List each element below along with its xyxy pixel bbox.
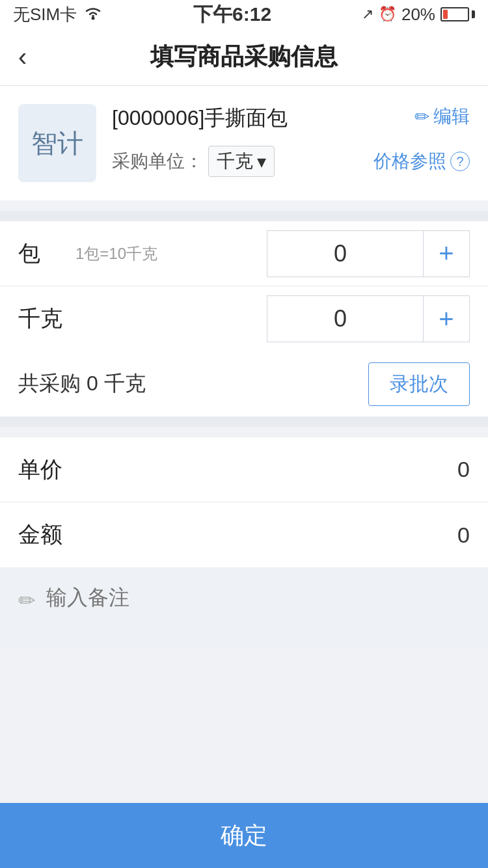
- no-sim-text: 无SIM卡: [13, 3, 77, 26]
- batch-button[interactable]: 录批次: [368, 362, 470, 406]
- help-icon: ?: [450, 152, 470, 171]
- dropdown-arrow: ▾: [257, 151, 266, 172]
- bottom-padding: [0, 645, 488, 724]
- bag-input-row: 包 1包=10千克 +: [0, 221, 488, 286]
- status-right: ↗ ⏰ 20%: [362, 5, 475, 25]
- section-divider-1: [0, 211, 488, 221]
- wifi-signal: [83, 5, 103, 25]
- location-icon: ↗: [362, 6, 373, 23]
- svg-point-0: [92, 16, 95, 20]
- status-left: 无SIM卡: [13, 3, 103, 26]
- bag-plus-button[interactable]: +: [423, 230, 470, 277]
- unit-price-value: 0: [457, 457, 470, 482]
- price-ref-label: 价格参照: [373, 149, 446, 174]
- amount-label: 金额: [18, 520, 62, 550]
- kg-input-row: 千克 +: [0, 286, 488, 351]
- unit-price-row: 单价 0: [0, 437, 488, 502]
- nav-bar: ‹ 填写商品采购信息: [0, 29, 488, 86]
- confirm-button[interactable]: 确定: [0, 803, 488, 868]
- alarm-icon: ⏰: [379, 6, 396, 23]
- edit-icon: ✏: [414, 106, 429, 128]
- bag-input-right: +: [267, 230, 470, 277]
- kg-input[interactable]: [267, 295, 423, 342]
- unit-dropdown[interactable]: 千克 ▾: [208, 146, 275, 177]
- product-image: 智计: [18, 104, 96, 182]
- unit-label: 采购单位：: [112, 149, 203, 174]
- total-label: 共采购 0 千克: [18, 370, 146, 398]
- bag-sublabel: 1包=10千克: [75, 243, 157, 264]
- pencil-icon: ✏: [18, 588, 36, 613]
- product-name: [0000006]手撕面包: [112, 104, 288, 133]
- product-card: 智计 [0000006]手撕面包 ✏ 编辑 采购单位： 千克 ▾ 价格参照 ?: [0, 86, 488, 200]
- kg-plus-button[interactable]: +: [423, 295, 470, 342]
- edit-button[interactable]: ✏ 编辑: [414, 104, 470, 129]
- unit-price-label: 单价: [18, 455, 62, 485]
- page-title: 填写商品采购信息: [150, 41, 338, 73]
- input-section: 包 1包=10千克 + 千克 +: [0, 221, 488, 351]
- bag-label: 包: [18, 239, 70, 269]
- price-section: 单价 0 金额 0: [0, 437, 488, 567]
- product-logo: 智计: [31, 130, 83, 156]
- total-row: 共采购 0 千克 录批次: [0, 351, 488, 416]
- price-ref-button[interactable]: 价格参照 ?: [373, 149, 470, 174]
- remarks-section: ✏: [0, 567, 488, 645]
- back-button[interactable]: ‹: [18, 42, 27, 72]
- status-time: 下午6:12: [193, 1, 271, 28]
- edit-label: 编辑: [433, 104, 470, 129]
- remarks-input[interactable]: [46, 586, 470, 610]
- amount-row: 金额 0: [0, 502, 488, 567]
- battery-icon: [441, 7, 475, 21]
- unit-value: 千克: [217, 149, 253, 174]
- section-divider-2: [0, 416, 488, 427]
- status-bar: 无SIM卡 下午6:12 ↗ ⏰ 20%: [0, 0, 488, 29]
- kg-input-right: +: [267, 295, 470, 342]
- product-header: [0000006]手撕面包 ✏ 编辑: [112, 104, 470, 133]
- battery-percent: 20%: [401, 5, 435, 25]
- amount-value: 0: [457, 522, 470, 548]
- product-info: [0000006]手撕面包 ✏ 编辑 采购单位： 千克 ▾ 价格参照 ?: [112, 104, 470, 177]
- bag-input[interactable]: [267, 230, 423, 277]
- kg-label: 千克: [18, 304, 70, 334]
- unit-row: 采购单位： 千克 ▾ 价格参照 ?: [112, 146, 470, 177]
